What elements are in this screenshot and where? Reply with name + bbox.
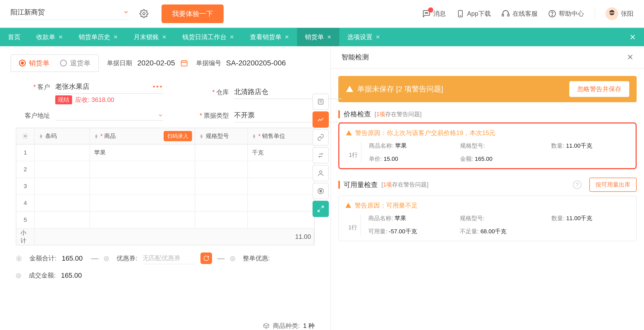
tab-month-lock[interactable]: 月末锁账✕	[126, 28, 174, 46]
close-icon[interactable]: ✕	[327, 34, 331, 40]
swap-icon[interactable]	[313, 147, 329, 163]
field-label: 客户	[37, 83, 50, 90]
chevron-down-icon[interactable]	[158, 113, 163, 118]
amount-label: 金额合计:	[29, 254, 57, 262]
more-icon[interactable]: •••	[153, 82, 163, 91]
cell-barcode[interactable]	[35, 161, 90, 178]
radio-icon	[19, 60, 26, 66]
org-selector[interactable]: 阳江新商贸	[11, 8, 129, 20]
subtotal-row: 小计 11.00	[16, 229, 314, 245]
table-row[interactable]: 5	[16, 212, 314, 229]
tab-sales-history[interactable]: 销货单历史✕	[71, 28, 126, 46]
cell-product[interactable]	[90, 161, 195, 178]
inspection-header: 智能检测 ✕	[331, 46, 644, 69]
table-row[interactable]: 4	[16, 195, 314, 212]
warning-icon	[345, 202, 351, 209]
section-title: 价格检查	[344, 110, 371, 119]
help-icon[interactable]: ?	[573, 181, 581, 189]
chart-icon[interactable]	[313, 111, 329, 128]
try-button[interactable]: 我要体验一下	[162, 4, 224, 23]
cell-spec[interactable]	[195, 195, 248, 211]
tab-receipt[interactable]: 收款单✕	[28, 28, 71, 46]
settings-column-icon[interactable]	[16, 128, 35, 144]
table-row[interactable]: 1苹果千克	[16, 145, 314, 161]
calendar-icon[interactable]	[180, 59, 188, 67]
cell-unit[interactable]	[248, 195, 311, 211]
cell-barcode[interactable]	[35, 145, 90, 161]
gear-icon[interactable]	[139, 9, 148, 18]
table-row[interactable]: 3	[16, 178, 314, 195]
cell-barcode[interactable]	[35, 178, 90, 194]
close-icon[interactable]: ✕	[285, 34, 289, 40]
cell-product[interactable]	[90, 195, 195, 211]
tab-home[interactable]: 首页	[0, 28, 28, 46]
customer-address-field[interactable]: 客户地址	[16, 109, 163, 122]
scan-button[interactable]: 扫码录入	[164, 131, 192, 141]
cell-unit[interactable]	[248, 212, 311, 228]
coupon-input[interactable]: 无匹配优惠券	[143, 252, 195, 264]
app-download-link[interactable]: App下载	[456, 9, 491, 18]
close-icon[interactable]: ✕	[58, 34, 63, 40]
cell-unit[interactable]: 千克	[248, 145, 311, 161]
radio-sale-order[interactable]: 销货单	[19, 59, 49, 68]
col-product[interactable]: ▲▼*商品扫码录入	[90, 128, 195, 144]
section-header: 价格检查 [1项存在警告问题]	[338, 110, 637, 119]
tab-options[interactable]: 选项设置✕	[339, 28, 388, 46]
user-icon[interactable]	[313, 165, 329, 181]
tab-view-sales[interactable]: 查看销货单✕	[242, 28, 297, 46]
close-icon[interactable]: ✕	[627, 53, 633, 62]
order-form-pane: 销货单 退货单 单据日期 2020-02-05 单据编号 SA-20200205…	[0, 46, 331, 330]
invoice-value: 不开票	[234, 111, 255, 120]
totals-row: ㊎ 金额合计: 165.00 — ◎ 优惠券: 无匹配优惠券 — ◎ 整单优惠:	[0, 245, 330, 271]
date-value[interactable]: 2020-02-05	[137, 59, 175, 67]
svg-point-21	[24, 135, 26, 137]
line-items-table: ▲▼条码 ▲▼*商品扫码录入 ▲▼规格型号 ▲▼*销售单位 1苹果千克 2 3 …	[16, 128, 315, 245]
expand-icon[interactable]	[313, 201, 329, 217]
cell-product[interactable]: 苹果	[90, 145, 195, 161]
refresh-icon[interactable]	[200, 252, 212, 264]
svg-text:¥: ¥	[319, 189, 322, 193]
close-icon[interactable]: ✕	[376, 34, 380, 40]
cell-product[interactable]	[90, 212, 195, 228]
cell-unit[interactable]	[248, 161, 311, 178]
col-unit[interactable]: ▲▼*销售单位	[248, 128, 311, 144]
list-icon[interactable]	[313, 94, 329, 110]
use-available-button[interactable]: 按可用量出库	[589, 178, 637, 192]
radio-return-order[interactable]: 退货单	[60, 59, 90, 68]
section-header: 可用量检查 [1项存在警告问题] ? 按可用量出库	[338, 178, 637, 192]
notification-dot-icon	[428, 7, 433, 13]
yen-icon: ㊎	[16, 254, 22, 262]
cell-spec[interactable]	[195, 212, 248, 228]
ignore-save-button[interactable]: 忽略警告并保存	[569, 81, 629, 97]
tab-sales-order[interactable]: 销货单✕	[297, 28, 339, 46]
cell-barcode[interactable]	[35, 212, 90, 228]
cell-spec[interactable]	[195, 161, 248, 178]
radio-label: 退货单	[70, 59, 90, 68]
cell-product[interactable]	[90, 178, 195, 194]
user-menu[interactable]: 张阳	[606, 7, 633, 20]
col-barcode[interactable]: ▲▼条码	[35, 128, 90, 144]
close-icon[interactable]: ✕	[162, 34, 167, 40]
col-label: 商品	[104, 132, 116, 140]
cell-spec[interactable]	[195, 145, 248, 161]
kv-key: 不足量:	[460, 228, 479, 235]
close-all-tabs[interactable]	[621, 28, 644, 46]
close-icon[interactable]: ✕	[113, 34, 118, 40]
customer-field[interactable]: *客户 老张水果店•••	[16, 80, 163, 94]
link-icon[interactable]	[313, 129, 329, 146]
subtotal-amount: 11.00	[291, 229, 314, 245]
currency-icon[interactable]: ¥	[313, 183, 329, 199]
cell-barcode[interactable]	[35, 195, 90, 211]
close-icon[interactable]: ✕	[230, 34, 234, 40]
table-row[interactable]: 2	[16, 161, 314, 178]
number-label: 单据编号	[196, 59, 221, 67]
cell-spec[interactable]	[195, 178, 248, 194]
cell-unit[interactable]	[248, 178, 311, 194]
warning-icon	[346, 130, 352, 136]
support-link[interactable]: 在线客服	[501, 9, 538, 18]
tab-daily-clear[interactable]: 钱货日清工作台✕	[174, 28, 242, 46]
messages-link[interactable]: 消息	[422, 9, 446, 18]
kv-key: 单价:	[369, 156, 382, 162]
help-link[interactable]: 帮助中心	[548, 9, 584, 18]
col-spec[interactable]: ▲▼规格型号	[195, 128, 248, 144]
